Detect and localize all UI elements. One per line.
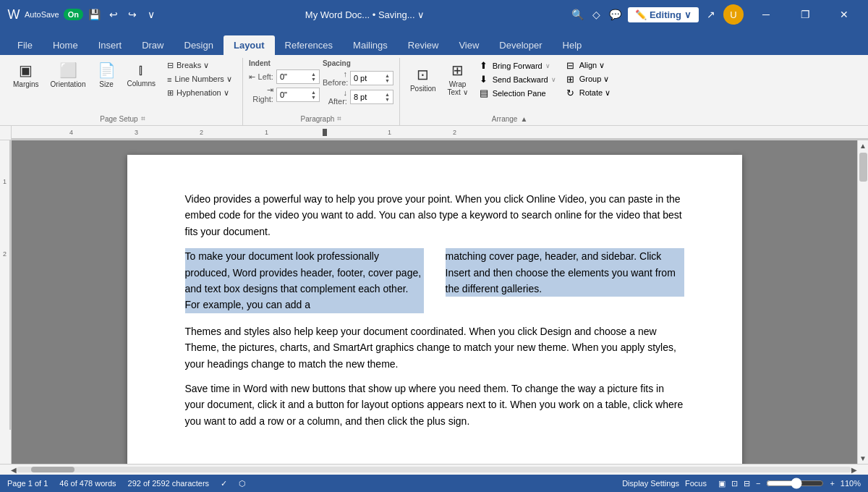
right-indent-input[interactable]: 0" ▲ ▼ [276,88,320,102]
page-container[interactable]: Video provides a powerful way to help yo… [12,140,857,464]
bring-forward-button[interactable]: ⬆ Bring Forward ∨ [475,59,559,72]
close-button[interactable]: ✕ [827,0,861,29]
vertical-scrollbar[interactable]: ▲ ▼ [857,140,868,464]
proofing-icon[interactable]: ✓ [221,479,227,488]
hscroll-thumb[interactable] [31,467,75,472]
undo-icon[interactable]: ↩ [106,7,121,22]
horizontal-scrollbar[interactable]: ◀ ▶ [0,464,868,475]
tab-layout[interactable]: Layout [224,35,275,55]
indent-right-row: ⇥ Right: 0" ▲ ▼ [249,85,320,103]
tab-insert[interactable]: Insert [88,35,132,55]
svg-text:4: 4 [69,129,73,136]
hyphenation-button[interactable]: ⊞ Hyphenation ∨ [163,87,237,99]
wrap-text-button[interactable]: ⊞ Wrap Text ∨ [443,59,472,98]
group-button[interactable]: ⊞ Group ∨ [562,73,613,85]
tab-draw[interactable]: Draw [132,35,174,55]
tab-home[interactable]: Home [43,35,88,55]
before-spinner[interactable]: ▲ ▼ [385,73,390,83]
group-icon: ⊞ [565,74,576,85]
redo-icon[interactable]: ↪ [125,7,140,22]
restore-button[interactable]: ❐ [788,0,822,29]
zoom-in-button[interactable]: + [830,479,834,488]
focus-button[interactable]: Focus [685,479,707,488]
accessibility-icon[interactable]: ⬡ [239,479,246,488]
size-button[interactable]: 📄 Size [93,59,120,90]
paragraph-2: Themes and styles also help keep your do… [185,323,684,372]
tab-file[interactable]: File [7,35,43,55]
paragraph-expand-icon[interactable]: ⌗ [337,114,341,123]
title-bar-left: W AutoSave On 💾 ↩ ↪ ∨ [7,7,158,22]
tab-references[interactable]: References [275,35,343,55]
orientation-button[interactable]: ⬜ Orientation [46,59,90,90]
scroll-up-button[interactable]: ▲ [858,140,869,151]
vertical-ruler: 1 2 [0,140,12,464]
left-indent-input[interactable]: 0" ▲ ▼ [276,69,320,84]
right-indent-label: ⇥ Right: [249,85,273,103]
scroll-down-button[interactable]: ▼ [858,453,869,464]
tab-developer[interactable]: Developer [489,35,552,55]
zoom-out-button[interactable]: − [756,479,760,488]
tab-review[interactable]: Review [398,35,449,55]
doc-title: My Word Doc... • Saving... ∨ [164,9,566,20]
arrange-buttons: ⬆ Bring Forward ∨ ⬇ Send Backward ∨ ▤ Se… [475,59,559,99]
rotate-button[interactable]: ↻ Rotate ∨ [562,87,613,99]
view-mode-print[interactable]: ▣ [718,479,726,488]
tab-mailings[interactable]: Mailings [343,35,398,55]
words-status[interactable]: 46 of 478 words [59,479,116,488]
zoom-level[interactable]: 110% [841,479,861,488]
editing-badge[interactable]: ✏️ Editing ∨ [628,7,699,22]
profile-button[interactable]: U [723,4,744,25]
tab-design[interactable]: Design [174,35,224,55]
rotate-icon: ↻ [565,88,576,98]
editing-pencil-icon: ✏️ [635,9,647,20]
customize-qat-icon[interactable]: ∨ [144,7,158,22]
page-setup-small-buttons: ⊟ Breaks ∨ ≡ Line Numbers ∨ ⊞ Hyphenatio… [163,59,237,99]
paragraph-1: Video provides a powerful way to help yo… [185,191,684,239]
svg-text:1: 1 [3,178,7,185]
position-button[interactable]: ⊡ Position [406,59,441,98]
view-mode-web[interactable]: ⊡ [731,479,738,488]
hscroll-left-btn[interactable]: ◀ [11,466,17,474]
hscroll-right-btn[interactable]: ▶ [851,466,857,474]
comments-icon[interactable]: 💬 [609,8,622,21]
left-indent-spinner[interactable]: ▲ ▼ [311,72,316,82]
arrange-collapse-icon[interactable]: ▲ [520,115,527,123]
ruler-row: 4 3 2 1 1 2 [0,126,868,140]
margins-button[interactable]: ▣ Margins [9,59,43,90]
display-settings-button[interactable]: Display Settings [622,479,679,488]
svg-rect-7 [323,129,327,136]
chars-status[interactable]: 292 of 2592 characters [128,479,210,488]
minimize-button[interactable]: ─ [749,0,783,29]
breaks-button[interactable]: ⊟ Breaks ∨ [163,59,237,72]
save-icon[interactable]: 💾 [88,7,102,22]
view-mode-read[interactable]: ⊟ [744,479,750,488]
before-input[interactable]: 0 pt ▲ ▼ [350,71,393,85]
tab-view[interactable]: View [448,35,489,55]
hscroll-track[interactable] [17,467,851,472]
scroll-track[interactable] [858,151,869,453]
ribbon-display-icon[interactable]: ◇ [590,8,603,21]
search-icon[interactable]: 🔍 [571,8,584,21]
svg-text:3: 3 [135,129,138,136]
align-button[interactable]: ⊟ Align ∨ [562,59,613,72]
scroll-thumb[interactable] [859,153,867,182]
page-status[interactable]: Page 1 of 1 [7,479,48,488]
orientation-icon: ⬜ [59,62,77,79]
autosave-toggle[interactable]: On [64,9,83,20]
ribbon-group-arrange: ⊡ Position ⊞ Wrap Text ∨ ⬆ Bring Forward… [400,58,619,125]
status-bar: Page 1 of 1 46 of 478 words 292 of 2592 … [0,475,868,492]
page-setup-buttons: ▣ Margins ⬜ Orientation 📄 Size ⫿ Columns… [9,58,237,113]
after-spinner[interactable]: ▲ ▼ [385,92,390,102]
line-numbers-button[interactable]: ≡ Line Numbers ∨ [163,73,237,85]
share-icon[interactable]: ↗ [705,8,718,21]
columns-icon: ⫿ [137,62,145,78]
right-indent-spinner[interactable]: ▲ ▼ [311,90,316,100]
arrange-content: ⊡ Position ⊞ Wrap Text ∨ ⬆ Bring Forward… [406,58,613,114]
zoom-slider[interactable] [766,478,824,489]
after-input[interactable]: 8 pt ▲ ▼ [350,90,393,104]
page-setup-expand-icon[interactable]: ⌗ [141,114,145,123]
selection-pane-button[interactable]: ▤ Selection Pane [475,87,559,99]
columns-button[interactable]: ⫿ Columns [123,59,160,90]
tab-help[interactable]: Help [553,35,592,55]
send-backward-button[interactable]: ⬇ Send Backward ∨ [475,73,559,85]
